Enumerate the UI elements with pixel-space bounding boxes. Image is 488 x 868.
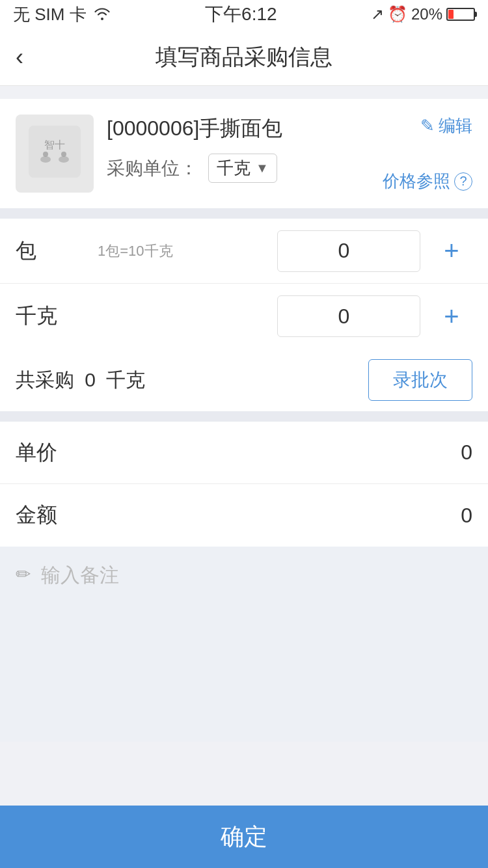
unit-label: 采购单位： (107, 156, 198, 181)
total-unit: 千克 (106, 369, 145, 390)
price-ref-label: 价格参照 (383, 170, 450, 193)
svg-point-2 (40, 156, 51, 163)
total-text: 共采购 0 千克 (16, 367, 145, 394)
svg-rect-0 (29, 126, 81, 178)
kg-plus-button[interactable]: + (431, 295, 472, 337)
unit-price-value: 0 (461, 441, 472, 465)
kg-input-row: 千克 + (0, 284, 488, 349)
back-button[interactable]: ‹ (16, 44, 23, 71)
product-name: [0000006]手撕面包 (107, 115, 472, 143)
status-time: 下午6:12 (205, 2, 277, 27)
pencil-icon: ✏ (16, 563, 31, 585)
amount-label: 金额 (16, 501, 57, 530)
divider-1 (0, 208, 488, 219)
bao-plus-button[interactable]: + (431, 230, 472, 272)
price-ref-button[interactable]: 价格参照 ? (383, 170, 472, 193)
product-card: 智十 [0000006]手撕面包 采购单位： 千克 ▼ ✎ 编辑 (0, 99, 488, 208)
page-title: 填写商品采购信息 (156, 42, 332, 72)
total-row: 共采购 0 千克 录批次 (0, 349, 488, 411)
bao-input[interactable] (277, 230, 420, 272)
edit-label: 编辑 (439, 115, 472, 137)
help-icon: ? (454, 172, 472, 191)
svg-point-3 (59, 156, 69, 163)
wifi-icon (93, 5, 111, 25)
kg-input[interactable] (277, 295, 420, 337)
status-right: ↗ ⏰ 20% (371, 5, 475, 23)
confirm-label: 确定 (221, 821, 267, 853)
confirm-button[interactable]: 确定 (0, 806, 488, 868)
kg-label: 千克 (16, 302, 94, 331)
price-section: 单价 0 金额 0 (0, 422, 488, 547)
battery-percent: 20% (411, 5, 442, 23)
edit-icon: ✎ (420, 116, 435, 136)
svg-point-4 (43, 152, 48, 157)
total-amount: 0 (85, 369, 96, 390)
remark-placeholder: 输入备注 (41, 562, 119, 589)
location-icon: ↗ (371, 5, 384, 23)
status-left: 无 SIM 卡 (13, 3, 111, 26)
batch-label: 录批次 (393, 368, 448, 392)
remark-section[interactable]: ✏ 输入备注 (0, 547, 488, 742)
svg-point-5 (61, 152, 66, 157)
bao-sublabel: 1包=10千克 (98, 241, 173, 261)
divider-2 (0, 411, 488, 422)
amount-value: 0 (461, 504, 472, 528)
status-bar: 无 SIM 卡 下午6:12 ↗ ⏰ 20% (0, 0, 488, 29)
carrier-text: 无 SIM 卡 (13, 3, 87, 26)
chevron-down-icon: ▼ (256, 161, 269, 176)
battery-icon (446, 8, 475, 21)
batch-button[interactable]: 录批次 (368, 359, 472, 401)
product-image: 智十 (16, 115, 94, 193)
alarm-icon: ⏰ (388, 5, 407, 23)
unit-price-row: 单价 0 (0, 422, 488, 484)
unit-select[interactable]: 千克 ▼ (208, 154, 277, 183)
product-logo: 智十 (29, 126, 81, 182)
unit-price-label: 单价 (16, 439, 57, 467)
edit-button[interactable]: ✎ 编辑 (420, 115, 472, 137)
gap-1 (0, 86, 488, 99)
bao-input-row: 包 1包=10千克 + (0, 219, 488, 284)
unit-value: 千克 (217, 157, 251, 180)
quantity-section: 包 1包=10千克 + 千克 + (0, 219, 488, 349)
amount-row: 金额 0 (0, 484, 488, 547)
svg-text:智十: 智十 (44, 139, 65, 150)
bao-label: 包 (16, 237, 94, 265)
total-prefix: 共采购 (16, 369, 74, 390)
nav-bar: ‹ 填写商品采购信息 (0, 29, 488, 86)
